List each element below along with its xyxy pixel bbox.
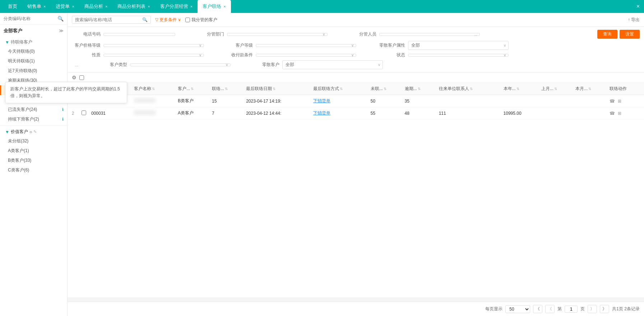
select-all-checkbox[interactable] [79, 75, 84, 80]
sidebar-item-a-class[interactable]: A类客户(1) [0, 146, 67, 156]
row-contact-person-2: 111 [437, 107, 501, 119]
table-head: 客户编码⇅ 客户名称⇅ 客户...⇅ 联络...⇅ 最后联络日期⇅ 最后联络方式… [68, 83, 644, 95]
payment-select[interactable]: ∨ [256, 54, 356, 57]
col-this-month[interactable]: 本月...⇅ [573, 83, 607, 95]
first-page-btn[interactable]: 《 [533, 305, 542, 313]
nav-customer-contact-close[interactable]: × [223, 4, 226, 9]
row-this-year-1 [501, 95, 539, 107]
col-level[interactable]: 客户...⇅ [176, 83, 210, 95]
retail-customer-label: 零散客户 [251, 62, 279, 68]
col-this-year[interactable]: 本年...⇅ [501, 83, 539, 95]
sidebar-item-lost[interactable]: 已流失客户(24) ℹ [0, 105, 67, 114]
manager-select[interactable]: ... [379, 33, 480, 36]
prev-page-btn[interactable]: 〈 [545, 305, 555, 313]
sidebar-item-tomorrow[interactable]: 明天待联络(1) [0, 56, 67, 66]
sidebar-item-today[interactable]: 今天待联络(0) [0, 47, 67, 56]
chevron-down-icon-gender: ∨ [199, 53, 201, 57]
info-icon-4: ℹ [62, 117, 64, 122]
action-more-icon-2[interactable]: ⊞ [618, 111, 621, 116]
row-action-1: ☎ ⊞ [607, 95, 644, 107]
close-all-tabs[interactable]: × [636, 3, 640, 10]
data-table: 客户编码⇅ 客户名称⇅ 客户...⇅ 联络...⇅ 最后联络日期⇅ 最后联络方式… [68, 83, 644, 119]
gender-select[interactable]: ∨ [103, 54, 204, 57]
page-num-input[interactable] [565, 306, 578, 313]
price-level-select[interactable]: ∨ [103, 44, 204, 47]
settings-icon[interactable]: ⚙ [72, 75, 77, 80]
sidebar-group-pending[interactable]: ▼ 待联络客户 [0, 37, 67, 47]
sidebar-item-declining[interactable]: 持续下滑客户(2) ℹ [0, 114, 67, 124]
row-checkbox-2[interactable] [78, 107, 89, 119]
nav-product-list[interactable]: 商品分析列表 × [112, 0, 155, 13]
table-scroll[interactable]: 客户编码⇅ 客户名称⇅ 客户...⇅ 联络...⇅ 最后联络日期⇅ 最后联络方式… [68, 83, 644, 297]
manager-label: 分管人员 [348, 31, 376, 37]
customer-type-select[interactable]: ∨ [130, 63, 231, 66]
row-level-1: B类客户 [176, 95, 210, 107]
action-more-icon[interactable]: ⊞ [618, 99, 621, 104]
export-icon: ↑ [628, 17, 630, 22]
nav-product-analysis[interactable]: 商品分析 × [79, 0, 112, 13]
dept-select[interactable]: ∨ [227, 33, 328, 36]
col-last-month[interactable]: 上月...⇅ [539, 83, 573, 95]
nav-sales[interactable]: 销售单 × [22, 0, 51, 13]
row-action-2: ☎ ⊞ [607, 107, 644, 119]
sidebar-search-icon[interactable]: 🔍 [57, 16, 64, 22]
col-contact-person[interactable]: 往来单位联系人⇅ [437, 83, 501, 95]
nav-purchase[interactable]: 进货单 × [51, 0, 79, 13]
nav-customer-segment[interactable]: 客户分层经营 × [155, 0, 198, 13]
all-customers-title: 全部客户 ≫ [0, 25, 67, 37]
retail-customer-select[interactable]: 全部 ∨ [282, 60, 383, 69]
sidebar-item-c-class[interactable]: C类客户(6) [0, 165, 67, 175]
horizontal-scrollbar[interactable] [68, 297, 644, 302]
col-last-date[interactable]: 最后联络日期⇅ [244, 83, 311, 95]
row-last-method-2[interactable]: 下销货单 [311, 107, 369, 119]
customer-level-select[interactable]: ∨ [256, 44, 356, 47]
table-toolbar: ⚙ [68, 72, 644, 83]
last-page-btn[interactable]: 》 [600, 305, 609, 313]
nav-sales-close[interactable]: × [43, 4, 46, 9]
col-last-method[interactable]: 最后联络方式⇅ [311, 83, 369, 95]
per-page-select[interactable]: 50 20 100 [505, 305, 530, 313]
phone-input[interactable] [103, 33, 175, 36]
status-select[interactable]: ∨ [408, 54, 509, 57]
nav-customer-contact[interactable]: 客户联络 × [198, 0, 231, 13]
sidebar-search-input[interactable] [4, 16, 57, 21]
table-row: 2 000031 A类客户 7 2023-04-12 14:44: 下销货单 5… [68, 107, 644, 119]
row-contact-count-2: 7 [210, 107, 244, 119]
nav-product-analysis-close[interactable]: × [105, 4, 107, 9]
edit-icon[interactable]: ✎ [33, 129, 37, 134]
action-phone-icon-2[interactable]: ☎ [610, 111, 615, 116]
col-name[interactable]: 客户名称⇅ [132, 83, 176, 95]
col-not-contacted[interactable]: 未联...⇅ [369, 83, 403, 95]
row-not-contacted-2: 55 [369, 107, 403, 119]
chevron-down-icon: ∨ [178, 17, 181, 22]
col-overdue[interactable]: 逾期...⇅ [403, 83, 437, 95]
row-num-2: 2 [68, 107, 78, 119]
filter-bar: 🔍 ▽ 更多条件 ∨ 我分管的客户 ↑ 导出 [68, 13, 644, 27]
my-customers-filter[interactable]: 我分管的客户 [185, 17, 217, 23]
sidebar-group-value[interactable]: ▼ 价值客户 ○ ✎ [0, 127, 67, 136]
retail-attr-select[interactable]: 全部 ∨ [408, 41, 509, 50]
action-phone-icon[interactable]: ☎ [610, 99, 615, 104]
sidebar-item-7days[interactable]: 近7天待联络(0) [0, 66, 67, 76]
nav-purchase-close[interactable]: × [72, 4, 74, 9]
nav-home[interactable]: 首页 [3, 0, 22, 13]
row-contact-count-1: 15 [210, 95, 244, 107]
col-contact-count[interactable]: 联络...⇅ [210, 83, 244, 95]
search-icon[interactable]: 🔍 [142, 17, 148, 22]
query-button[interactable]: 查询 [597, 30, 617, 39]
sidebar-collapse-icon[interactable]: ≫ [59, 28, 64, 33]
sidebar: 🔍 全部客户 ≫ ▼ 待联络客户 今天待联络(0) 明天待联络(1) 近7天待联… [0, 13, 68, 316]
next-page-btn[interactable]: 〉 [588, 305, 597, 313]
sidebar-item-b-class[interactable]: B类客户(33) [0, 156, 67, 165]
my-customers-checkbox[interactable] [185, 18, 190, 22]
sidebar-item-ungrouped[interactable]: 未分组(32) [0, 136, 67, 146]
nav-product-list-close[interactable]: × [148, 4, 150, 9]
more-conditions-btn[interactable]: ▽ 更多条件 ∨ [155, 17, 181, 23]
nav-customer-segment-close[interactable]: × [190, 4, 193, 9]
row-last-method-1[interactable]: 下销货单 [311, 95, 369, 107]
search-input[interactable] [75, 17, 142, 22]
gender-label: 性质 [72, 52, 101, 58]
export-btn[interactable]: ↑ 导出 [628, 17, 640, 23]
settings-button[interactable]: 设置 [620, 30, 640, 39]
more-dots[interactable]: ... [75, 62, 78, 67]
